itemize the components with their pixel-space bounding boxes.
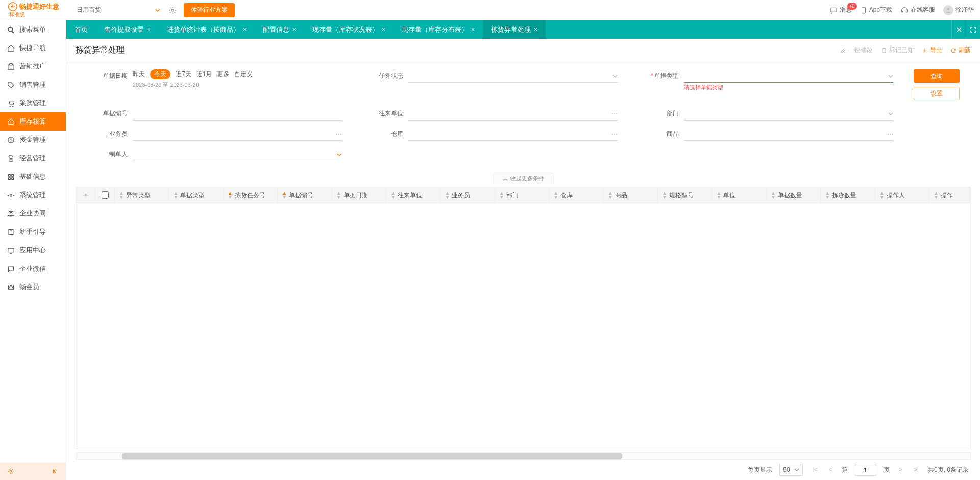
per-page-select[interactable]: 50 (779, 464, 803, 476)
tab-5[interactable]: 现存量（库存分布表）× (394, 20, 483, 39)
pager-next[interactable]: > (897, 466, 904, 473)
sidebar-item-10[interactable]: 企业协同 (0, 204, 66, 223)
sort-icon: ▲▼ (499, 191, 504, 199)
tab-close-icon[interactable]: × (382, 26, 385, 33)
sidebar-item-8[interactable]: 基础信息 (0, 167, 66, 186)
tab-3[interactable]: 配置信息× (255, 20, 304, 39)
col-12[interactable]: ▲▼单据数量 (767, 187, 821, 203)
sidebar-item-13[interactable]: 企业微信 (0, 259, 66, 278)
cta-button[interactable]: 体验行业方案 (184, 3, 235, 17)
col-7[interactable]: ▲▼部门 (495, 187, 549, 203)
col-5[interactable]: ▲▼往来单位 (386, 187, 440, 203)
tag-icon (7, 81, 15, 89)
horizontal-scrollbar[interactable] (76, 452, 971, 460)
sidebar-item-1[interactable]: 快捷导航 (0, 39, 66, 57)
col-3[interactable]: ▲▼单据编号 (278, 187, 332, 203)
tab-4[interactable]: 现存量（库存状况表）× (304, 20, 394, 39)
bill-no-input[interactable] (133, 107, 342, 121)
product-input[interactable]: ⋯ (684, 128, 893, 141)
maker-select[interactable] (133, 148, 342, 161)
app-download-button[interactable]: App下载 (860, 6, 892, 14)
date-quick-2[interactable]: 近7天 (176, 70, 191, 79)
industry-select[interactable]: 日用百货 (72, 4, 164, 17)
col-9[interactable]: ▲▼商品 (604, 187, 658, 203)
col-4[interactable]: ▲▼单据日期 (332, 187, 386, 203)
svg-point-1 (172, 9, 174, 11)
tab-1[interactable]: 售价提取设置× (96, 20, 159, 39)
pager-prev[interactable]: < (827, 466, 835, 473)
export-button[interactable]: 导出 (922, 46, 942, 55)
sidebar-item-3[interactable]: 销售管理 (0, 76, 66, 94)
col-10[interactable]: ▲▼规格型号 (658, 187, 712, 203)
pager-page-input[interactable] (855, 464, 876, 476)
col-14[interactable]: ▲▼操作人 (875, 187, 929, 203)
bill-no-label: 单据编号 (87, 107, 128, 118)
sidebar-item-label: 企业微信 (19, 264, 46, 273)
sidebar-item-5[interactable]: 库存核算 (0, 112, 66, 131)
messages-button[interactable]: 消息 70 (829, 6, 852, 14)
col-0[interactable]: ▲▼异常类型 (115, 187, 169, 203)
bill-type-select[interactable]: 请选择单据类型 (684, 69, 893, 83)
sidebar-item-7[interactable]: 经营管理 (0, 149, 66, 167)
tab-0[interactable]: 首页 (66, 20, 96, 39)
tab-close-icon[interactable]: × (534, 26, 537, 33)
settings-button[interactable]: 设置 (914, 87, 960, 100)
user-menu[interactable]: 徐泽华 (943, 5, 974, 15)
per-page-label: 每页显示 (748, 466, 772, 474)
col-1[interactable]: ▲▼单据类型 (169, 187, 223, 203)
col-8[interactable]: ▲▼仓库 (549, 187, 603, 203)
col-config[interactable] (76, 187, 95, 203)
sidebar-item-2[interactable]: 营销推广 (0, 57, 66, 76)
sidebar-item-0[interactable]: 搜索菜单 (0, 20, 66, 39)
tab-fullscreen[interactable] (966, 20, 980, 39)
partner-input[interactable]: ⋯ (408, 107, 618, 121)
tab-close-all[interactable] (951, 20, 966, 39)
refresh-button[interactable]: 刷新 (950, 46, 971, 55)
col-2[interactable]: ▲▼拣货任务号 (224, 187, 278, 203)
footer-collapse-icon[interactable] (52, 468, 59, 475)
query-button[interactable]: 查询 (914, 69, 960, 83)
date-quick-1[interactable]: 今天 (150, 69, 170, 79)
col-13[interactable]: ▲▼拣货数量 (821, 187, 875, 203)
tab-close-icon[interactable]: × (147, 26, 151, 33)
col-label: 拣货任务号 (235, 191, 265, 200)
dept-select[interactable] (684, 107, 893, 121)
col-15[interactable]: ▲▼操作 (929, 187, 970, 203)
select-all-checkbox[interactable] (102, 191, 109, 199)
task-status-select[interactable] (408, 69, 618, 83)
table-header: ▲▼异常类型▲▼单据类型▲▼拣货任务号▲▼单据编号▲▼单据日期▲▼往来单位▲▼业… (76, 187, 971, 203)
online-service-button[interactable]: 在线客服 (900, 6, 935, 14)
sidebar-item-6[interactable]: 资金管理 (0, 131, 66, 149)
footer-gear-icon[interactable] (7, 468, 14, 475)
sidebar-item-14[interactable]: 畅会员 (0, 278, 66, 296)
settings-icon[interactable] (168, 6, 177, 14)
collapse-filters-button[interactable]: ︽ 收起更多条件 (493, 173, 554, 184)
col-6[interactable]: ▲▼业务员 (440, 187, 495, 203)
warehouse-input[interactable]: ⋯ (408, 128, 618, 141)
date-quick-5[interactable]: 自定义 (234, 70, 253, 79)
tab-close-icon[interactable]: × (292, 26, 296, 33)
sidebar-item-11[interactable]: 新手引导 (0, 223, 66, 241)
sidebar-item-12[interactable]: 应用中心 (0, 241, 66, 259)
pager-page-pre: 第 (842, 466, 848, 474)
col-11[interactable]: ▲▼单位 (712, 187, 766, 203)
pager-last[interactable]: >I (912, 466, 921, 473)
sidebar-item-9[interactable]: 系统管理 (0, 186, 66, 204)
sort-icon: ▲▼ (662, 191, 667, 199)
batch-edit-button[interactable]: 一键修改 (840, 46, 873, 55)
date-quick-0[interactable]: 昨天 (133, 70, 145, 79)
salesman-input[interactable]: ⋯ (133, 128, 342, 141)
tab-6[interactable]: 拣货异常处理× (483, 20, 546, 39)
mark-known-button[interactable]: 标记已知 (881, 46, 914, 55)
sidebar-item-4[interactable]: 采购管理 (0, 94, 66, 112)
col-select-all[interactable] (95, 187, 115, 203)
date-quick-4[interactable]: 更多 (217, 70, 229, 79)
tab-label: 售价提取设置 (104, 25, 144, 34)
tab-close-icon[interactable]: × (471, 26, 475, 33)
scrollbar-thumb[interactable] (122, 453, 622, 459)
tab-close-icon[interactable]: × (243, 26, 247, 33)
sort-icon: ▲▼ (825, 191, 830, 199)
tab-2[interactable]: 进货单统计表（按商品）× (159, 20, 255, 39)
pager-first[interactable]: I< (810, 466, 819, 473)
date-quick-3[interactable]: 近1月 (197, 70, 212, 79)
